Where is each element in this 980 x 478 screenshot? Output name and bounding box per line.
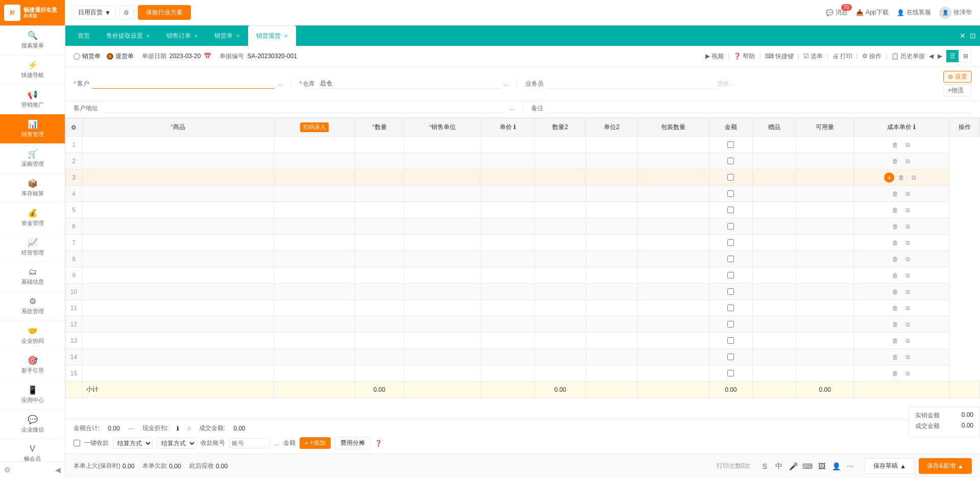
tab-order-close[interactable]: ✕ [194,33,198,39]
price-cell[interactable] [404,186,481,202]
pkg-qty-cell[interactable] [586,137,638,153]
available-cell[interactable] [753,202,796,218]
delete-row-btn[interactable]: 🗑 [890,238,900,248]
price-cell[interactable] [404,235,481,251]
available-cell[interactable] [753,235,796,251]
pkg-qty-cell[interactable] [586,251,638,267]
price-cell[interactable] [404,267,481,284]
copy-row-btn[interactable]: ⧉ [902,205,913,215]
pkg-qty-cell[interactable] [586,218,638,235]
sidebar-item-enterprise[interactable]: 🤝 企业协同 [0,321,65,350]
remark-input[interactable] [547,104,972,113]
product-cell[interactable] [82,267,274,284]
tab-price[interactable]: 售价提取设置 ✕ [98,26,158,46]
save-new-btn[interactable]: 保存&新增 ▲ [919,458,972,474]
available-cell[interactable] [753,153,796,169]
gift-checkbox[interactable] [727,321,734,328]
price-cell[interactable] [404,300,481,316]
qty-cell[interactable] [274,153,355,169]
gift-checkbox[interactable] [727,141,734,148]
tab-return-close[interactable]: ✕ [284,33,288,39]
tab-home[interactable]: 首页 [69,26,98,46]
unit-cell[interactable] [355,202,404,218]
available-cell[interactable] [753,349,796,365]
customer-picker[interactable]: ... [277,80,282,87]
cost-price-cell[interactable] [796,365,854,382]
copy-row-btn[interactable]: ⧉ [902,189,913,199]
product-cell[interactable] [82,137,274,153]
return-radio[interactable]: 退货单 [107,52,134,61]
qty2-cell[interactable] [481,169,535,186]
product-cell[interactable] [82,251,274,267]
product-cell[interactable] [82,202,274,218]
notify-btn[interactable]: 💬 消息 70 [826,8,848,17]
amount-cell[interactable] [638,137,709,153]
delete-row-btn[interactable]: 🗑 [890,205,900,215]
sidebar-item-inventory[interactable]: 📦 库存核算 [0,173,65,203]
qty-cell[interactable] [274,349,355,365]
warehouse-picker[interactable]: ... [503,80,508,87]
trial-btn[interactable]: 体验行业方案 [138,5,191,20]
unit-cell[interactable] [355,349,404,365]
unit2-cell[interactable] [534,153,586,169]
delete-row-btn[interactable]: 🗑 [890,336,900,346]
calc-method-select[interactable]: 结算方式 [157,438,197,449]
sidebar-item-system[interactable]: ⚙ 系统管理 [0,291,65,321]
delete-row-btn[interactable]: 🗑 [890,221,900,232]
amount-cell[interactable] [638,300,709,316]
prev-btn[interactable]: ◀ [929,53,934,60]
cost-price-cell[interactable] [796,169,854,186]
gift-checkbox[interactable] [727,158,734,164]
qty-cell[interactable] [274,235,355,251]
cost-price-cell[interactable] [796,186,854,202]
add-btn[interactable]: + +添加 [300,437,331,449]
qty-cell[interactable] [274,316,355,333]
qty2-cell[interactable] [481,251,535,267]
delete-row-btn[interactable]: 🗑 [890,303,900,313]
sidebar-item-shortcut[interactable]: ⚡ 快捷导航 [0,55,65,85]
copy-row-btn[interactable]: ⧉ [902,352,913,362]
unit2-cell[interactable] [534,333,586,349]
operate-btn[interactable]: ⚙ 操作 [862,52,881,61]
sidebar-item-sales[interactable]: 📊 销售管理 [0,114,65,144]
sidebar-item-marketing[interactable]: 📢 营销推广 [0,85,65,114]
customer-input[interactable] [92,79,275,89]
sidebar-item-wechat[interactable]: 💬 企业微信 [0,410,65,439]
qty-cell[interactable] [274,333,355,349]
tab-order[interactable]: 销售订单 ✕ [158,26,206,46]
qty-cell[interactable] [274,284,355,300]
unit2-cell[interactable] [534,137,586,153]
gift-checkbox[interactable] [727,223,734,230]
topbar-settings-btn[interactable]: ⚙ [119,6,134,20]
product-cell[interactable] [82,365,274,382]
product-cell[interactable] [82,284,274,300]
gift-checkbox[interactable] [727,256,734,262]
copy-row-btn[interactable]: ⧉ [902,156,913,166]
salesperson-input[interactable] [547,79,714,89]
price-cell[interactable] [404,349,481,365]
tool-mic[interactable]: 🎤 [787,460,799,472]
th-settings[interactable]: ⚙ [66,118,82,137]
qty2-cell[interactable] [481,333,535,349]
price-cell[interactable] [404,169,481,186]
amount-cell[interactable] [638,365,709,382]
unit-cell[interactable] [355,300,404,316]
copy-row-btn[interactable]: ⧉ [902,270,913,281]
unit2-cell[interactable] [534,218,586,235]
tool-user2[interactable]: 👤 [830,460,842,472]
cost-price-cell[interactable] [796,300,854,316]
salesperson-picker[interactable]: 选择... [717,80,734,88]
history-btn[interactable]: 📋 历史单据 [891,52,925,61]
unit-cell[interactable] [355,333,404,349]
pkg-qty-cell[interactable] [586,300,638,316]
qty2-cell[interactable] [481,218,535,235]
online-service-btn[interactable]: 👤 在线客服 [897,8,931,17]
qty-cell[interactable] [274,137,355,153]
tab-sales-close[interactable]: ✕ [236,33,240,39]
amount-cell[interactable] [638,218,709,235]
product-cell[interactable] [82,235,274,251]
qty-cell[interactable] [274,365,355,382]
user-menu[interactable]: 👤 徐泽华 [939,7,972,19]
table-view-btn[interactable]: ☰ [946,50,959,62]
gift-checkbox[interactable] [727,305,734,311]
